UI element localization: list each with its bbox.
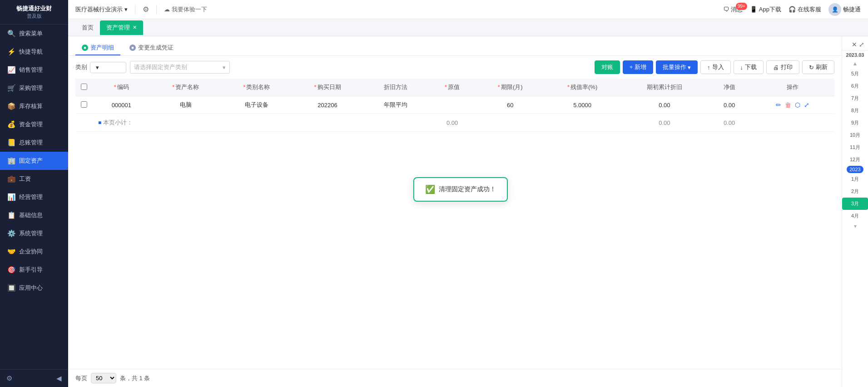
sidebar-item-quick-nav[interactable]: ⚡ 快捷导航 <box>0 43 68 61</box>
print-icon: 🖨 <box>773 64 779 71</box>
sidebar-item-enterprise[interactable]: 🤝 企业协同 <box>0 243 68 261</box>
sub-tabs: ■ 资产明细 ■ 变更生成凭证 <box>68 36 842 56</box>
sidebar-item-system[interactable]: ⚙️ 系统管理 <box>0 224 68 243</box>
inventory-icon: 📦 <box>7 102 15 110</box>
app-edition: 普及版 <box>27 13 42 20</box>
sub-tab-asset-detail[interactable]: ■ 资产明细 <box>75 41 120 55</box>
sidebar-item-basic-info[interactable]: 📋 基础信息 <box>0 206 68 224</box>
topbar-divider2 <box>156 5 157 14</box>
table-row: 000001 电脑 电子设备 202206 年限平均 60 5.0000 0.0… <box>75 96 834 114</box>
sidebar-item-label: 企业协同 <box>19 248 43 256</box>
batch-btn-label: 批量操作 <box>663 63 686 71</box>
print-btn[interactable]: 🖨 打印 <box>766 60 799 74</box>
topbar-right: 🗨 消息 99+ 📱 App下载 🎧 在线客服 👤 畅捷通 <box>723 3 861 16</box>
month-5[interactable]: 5月 <box>842 68 868 80</box>
more-icon[interactable]: ⤢ <box>804 101 809 109</box>
subtotal-initial-accum: 0.00 <box>621 114 708 132</box>
sidebar-item-inventory[interactable]: 📦 库存核算 <box>0 97 68 115</box>
select-all-checkbox[interactable] <box>81 84 87 90</box>
sub-tab-voucher[interactable]: ■ 变更生成凭证 <box>123 41 180 55</box>
cell-depreciation: 年限平均 <box>363 96 428 114</box>
month-1[interactable]: 1月 <box>842 173 868 185</box>
settings-gear-icon[interactable]: ⚙ <box>143 5 149 14</box>
print-btn-label: 打印 <box>781 63 793 71</box>
cell-category: 电子设备 <box>221 96 292 114</box>
settings-icon[interactable]: ⚙ <box>6 374 12 382</box>
col-category: *类别名称 <box>221 79 292 96</box>
sidebar-item-label: 系统管理 <box>19 229 43 238</box>
subtotal-net-value: 0.00 <box>708 114 751 132</box>
batch-btn[interactable]: 批量操作 ▾ <box>656 60 698 74</box>
download-btn[interactable]: ↓ 下载 <box>734 60 764 74</box>
month-6[interactable]: 6月 <box>842 80 868 92</box>
year-badge[interactable]: 2023 <box>847 166 863 173</box>
toolbar-right: 对账 + 新增 批量操作 ▾ ↑ 导入 ↓ 下载 <box>595 60 834 74</box>
refresh-btn[interactable]: ↻ 刷新 <box>802 60 834 74</box>
cell-net-value: 0.00 <box>708 96 751 114</box>
col-net-value: 净值 <box>708 79 751 96</box>
sidebar-item-payroll[interactable]: 💼 工资 <box>0 170 68 188</box>
app-download-btn[interactable]: 📱 App下载 <box>750 5 781 14</box>
nav-up-icon[interactable]: ▲ <box>852 60 859 68</box>
asset-category-select[interactable]: 请选择固定资产类别 ▾ <box>130 61 230 74</box>
online-service-btn[interactable]: 🎧 在线客服 <box>789 5 821 14</box>
edit-icon[interactable]: ✏ <box>776 101 781 109</box>
basic-info-icon: 📋 <box>7 211 15 219</box>
month-3-current[interactable]: 3月 <box>842 198 868 210</box>
notification-badge: 99+ <box>736 3 747 10</box>
total-label: 条，共 1 条 <box>120 374 150 382</box>
month-12[interactable]: 12月 <box>842 154 868 166</box>
refresh-btn-label: 刷新 <box>816 63 828 71</box>
month-2[interactable]: 2月 <box>842 185 868 198</box>
chevron-down-icon: ▾ <box>96 64 99 71</box>
company-selector[interactable]: 医疗器械行业演示 ▾ <box>75 5 128 14</box>
app-name: 畅捷通好业财 <box>16 5 52 13</box>
sidebar-item-sales[interactable]: 📈 销售管理 <box>0 61 68 79</box>
sidebar-item-label: 采购管理 <box>19 84 43 92</box>
month-4[interactable]: 4月 <box>842 210 868 222</box>
row-checkbox[interactable] <box>81 101 87 108</box>
per-page-select[interactable]: 50 100 200 <box>91 373 116 383</box>
experience-btn[interactable]: ☁ 我要体验一下 <box>164 5 207 14</box>
sidebar-item-search[interactable]: 🔍 搜索菜单 <box>0 25 68 43</box>
service-label: 在线客服 <box>798 5 821 14</box>
toast-message: 清理固定资产成功！ <box>439 185 496 194</box>
sidebar: 畅捷通好业财 普及版 🔍 搜索菜单 ⚡ 快捷导航 📈 销售管理 🛒 采购管理 📦… <box>0 0 68 387</box>
username: 畅捷通 <box>843 5 861 14</box>
sidebar-item-purchase[interactable]: 🛒 采购管理 <box>0 79 68 97</box>
sidebar-item-ledger[interactable]: 📒 总账管理 <box>0 134 68 152</box>
col-depreciation: 折旧方法 <box>363 79 428 96</box>
account-btn[interactable]: 对账 <box>595 60 620 74</box>
panel-expand-icon[interactable]: ⤢ <box>859 41 864 48</box>
sidebar-item-fixed-assets[interactable]: 🏢 固定资产 <box>0 152 68 170</box>
sidebar-item-guide[interactable]: 🎯 新手引导 <box>0 261 68 279</box>
sidebar-item-label: 工资 <box>19 175 31 183</box>
funds-icon: 💰 <box>7 120 15 129</box>
asset-table-wrap: *编码 *资产名称 *类别名称 *购买日期 折旧方法 *原值 *期限(月) *残… <box>68 79 842 369</box>
month-10[interactable]: 10月 <box>842 129 868 141</box>
chevron-down-icon: ▾ <box>124 6 128 13</box>
refresh-icon: ↻ <box>809 64 814 71</box>
sidebar-item-ops[interactable]: 📊 经营管理 <box>0 188 68 206</box>
delete-icon[interactable]: 🗑 <box>785 101 791 109</box>
sidebar-item-funds[interactable]: 💰 资金管理 <box>0 115 68 134</box>
category-select[interactable]: ▾ <box>90 62 126 73</box>
collapse-icon[interactable]: ◀ <box>56 374 62 382</box>
notification-btn[interactable]: 🗨 消息 99+ <box>723 5 743 14</box>
nav-down-icon[interactable]: ▾ <box>853 222 858 230</box>
month-9[interactable]: 9月 <box>842 117 868 129</box>
tab-home[interactable]: 首页 <box>75 20 100 35</box>
sidebar-item-label: 新手引导 <box>19 266 43 274</box>
month-11[interactable]: 11月 <box>842 141 868 154</box>
month-8[interactable]: 8月 <box>842 104 868 117</box>
tab-asset-management[interactable]: 资产管理 ✕ <box>100 20 143 35</box>
new-btn[interactable]: + 新增 <box>623 60 653 74</box>
panel-close-icon[interactable]: ✕ <box>852 41 857 48</box>
tab-close-icon[interactable]: ✕ <box>133 25 137 30</box>
per-page-label: 每页 <box>75 374 87 382</box>
export-btn[interactable]: ↑ 导入 <box>700 60 731 74</box>
user-profile[interactable]: 👤 畅捷通 <box>828 3 861 16</box>
copy-icon[interactable]: ⬡ <box>795 101 800 109</box>
month-7[interactable]: 7月 <box>842 92 868 104</box>
sidebar-item-app-center[interactable]: 🔲 应用中心 <box>0 279 68 297</box>
